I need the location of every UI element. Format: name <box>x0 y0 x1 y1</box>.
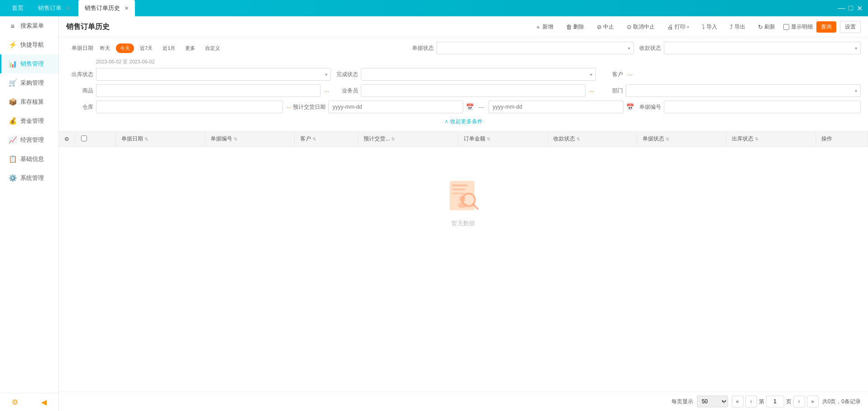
sidebar-item-sales-mgmt-label: 销售管理 <box>20 60 44 68</box>
table-area: ⚙ 单据日期 ⇅ 单据编号 <box>59 131 868 392</box>
sidebar-item-ops-mgmt[interactable]: 📈 经营管理 <box>0 131 58 150</box>
payment-status-select[interactable] <box>664 42 861 54</box>
first-page-btn[interactable]: « <box>732 396 743 407</box>
date-pill-custom[interactable]: 自定义 <box>201 44 224 53</box>
settings-button[interactable]: 设置 <box>840 21 861 33</box>
stop-icon: ⊘ <box>597 24 602 30</box>
export-button[interactable]: ⤴ 导出 <box>725 21 750 33</box>
completion-status-select[interactable] <box>361 68 596 81</box>
warehouse-ellipsis[interactable]: ··· <box>285 104 293 111</box>
sidebar-settings-icon[interactable]: ⚙ <box>12 398 18 406</box>
th-settings[interactable]: ⚙ <box>59 131 75 147</box>
sidebar-item-purchase-mgmt-label: 采购管理 <box>20 79 44 87</box>
date-range-display: 2023-06-02 至 2023-06-02 <box>66 58 861 65</box>
date-pill-more[interactable]: 更多 <box>181 44 199 53</box>
tab-home[interactable]: 首页 <box>5 0 30 16</box>
order-no-input[interactable] <box>664 101 861 113</box>
page-size-select[interactable]: 10 20 50 100 <box>697 396 728 407</box>
print-button[interactable]: 🖨 打印 ▾ <box>663 21 694 33</box>
display-toggle[interactable]: 显示明细 <box>783 23 813 31</box>
expected-date-end[interactable] <box>489 101 623 113</box>
delivery-status-select[interactable] <box>96 68 331 81</box>
th-amount-label: 订单金额 <box>464 135 485 143</box>
warehouse-input[interactable] <box>96 101 283 113</box>
select-all-checkbox[interactable] <box>81 135 87 141</box>
stop-button[interactable]: ⊘ 中止 <box>592 21 619 33</box>
date-start-calendar-icon[interactable]: 📅 <box>466 103 474 111</box>
collapse-more-row[interactable]: ∧ 收起更多条件 <box>66 117 861 126</box>
th-order-no[interactable]: 单据编号 ⇅ <box>205 131 294 147</box>
th-date[interactable]: 单据日期 ⇅ <box>115 131 205 147</box>
prev-page-btn[interactable]: ‹ <box>745 396 757 407</box>
tab-sales-order-history-close[interactable]: ✕ <box>125 5 129 11</box>
tab-sales-order-close[interactable]: ✕ <box>66 5 70 11</box>
expected-date-start[interactable] <box>328 101 463 113</box>
next-page-btn[interactable]: › <box>793 396 805 407</box>
delete-button[interactable]: 🗑 删除 <box>561 21 589 33</box>
th-payment-status-sort-icon: ⇅ <box>576 136 580 141</box>
date-end-calendar-icon[interactable]: 📅 <box>626 103 634 111</box>
settings-label: 设置 <box>845 23 856 31</box>
th-checkbox <box>75 131 115 147</box>
th-order-status[interactable]: 单据状态 ⇅ <box>637 131 726 147</box>
tab-home-label: 首页 <box>12 4 24 12</box>
collapse-more-text: ∧ 收起更多条件 <box>444 118 483 125</box>
th-order-no-label: 单据编号 <box>211 135 232 143</box>
date-pill-last7[interactable]: 近7天 <box>136 44 157 53</box>
last-page-btn[interactable]: » <box>807 396 819 407</box>
new-button[interactable]: ＋ 新增 <box>531 21 558 33</box>
date-pill-today[interactable]: 今天 <box>116 44 134 53</box>
sidebar-item-inventory-calc[interactable]: 📦 库存核算 <box>0 92 58 111</box>
sidebar-item-sales-mgmt[interactable]: 📊 销售管理 <box>0 54 58 73</box>
sidebar-item-quick-nav[interactable]: ⚡ 快捷导航 <box>0 35 58 54</box>
page-label-end: 页 <box>786 398 791 406</box>
th-actions: 操作 <box>815 131 868 147</box>
main-layout: ≡ 搜索菜单 ⚡ 快捷导航 📊 销售管理 🛒 采购管理 📦 库存核算 💰 资金管… <box>0 16 868 411</box>
cancel-stop-button[interactable]: ⊙ 取消中止 <box>622 21 659 33</box>
query-button[interactable]: 查询 <box>816 21 836 33</box>
filter-row-2: 出库状态 ▾ 完成状态 ▾ 客户 ··· <box>66 68 861 81</box>
total-info: 共0页，0条记录 <box>822 398 861 406</box>
sidebar-item-search-menu[interactable]: ≡ 搜索菜单 <box>0 16 58 35</box>
minimize-btn[interactable]: — <box>838 4 845 12</box>
date-pill-yesterday[interactable]: 昨天 <box>96 44 114 53</box>
sidebar-item-sys-mgmt[interactable]: ⚙️ 系统管理 <box>0 169 58 188</box>
th-delivery-status[interactable]: 出库状态 ⇅ <box>726 131 815 147</box>
th-expected-date[interactable]: 预计交货... ⇅ <box>358 131 458 147</box>
close-btn[interactable]: ✕ <box>857 4 863 13</box>
maximize-btn[interactable]: □ <box>849 4 853 12</box>
order-status-select[interactable] <box>436 42 633 54</box>
sidebar-item-purchase-mgmt[interactable]: 🛒 采购管理 <box>0 73 58 92</box>
customer-ellipsis[interactable]: ··· <box>626 71 634 78</box>
filter-payment-status: 收款状态 ▾ <box>634 42 861 54</box>
table-header-row: ⚙ 单据日期 ⇅ 单据编号 <box>59 131 868 147</box>
th-customer[interactable]: 客户 ⇅ <box>294 131 358 147</box>
tab-sales-order-history[interactable]: 销售订单历史 ✕ <box>78 0 135 16</box>
export-label: 导出 <box>734 23 745 31</box>
th-date-label: 单据日期 <box>121 135 143 143</box>
tab-sales-order[interactable]: 销售订单 ✕ <box>32 0 77 16</box>
sidebar-item-basic-info[interactable]: 📋 基础信息 <box>0 150 58 169</box>
goods-input[interactable] <box>96 84 321 97</box>
page-title: 销售订单历史 <box>66 22 110 32</box>
sidebar-collapse-icon[interactable]: ◀ <box>41 398 47 406</box>
filter-row-1: 单据日期 昨天 今天 近7天 近1月 更多 自定义 单据状态 <box>66 42 861 54</box>
sidebar-item-finance-mgmt[interactable]: 💰 资金管理 <box>0 111 58 131</box>
import-button[interactable]: ⤵ 导入 <box>697 21 722 33</box>
refresh-button[interactable]: ↻ 刷新 <box>753 21 780 33</box>
goods-ellipsis[interactable]: ··· <box>322 87 331 94</box>
th-payment-status-label: 收款状态 <box>553 135 575 143</box>
display-toggle-checkbox[interactable] <box>783 24 789 30</box>
filter-salesperson: 业务员 ··· <box>331 84 596 97</box>
date-pills: 昨天 今天 近7天 近1月 更多 自定义 <box>96 44 224 53</box>
th-payment-status[interactable]: 收款状态 ⇅ <box>547 131 637 147</box>
settings-gear-icon[interactable]: ⚙ <box>64 136 69 142</box>
filter-completion-status: 完成状态 ▾ <box>331 68 596 81</box>
th-amount[interactable]: 订单金额 ⇅ <box>458 131 547 147</box>
salesperson-ellipsis[interactable]: ··· <box>587 87 596 94</box>
date-pill-last30[interactable]: 近1月 <box>158 44 179 53</box>
page-number-input[interactable] <box>766 396 784 407</box>
import-icon: ⤵ <box>702 24 705 30</box>
department-select[interactable] <box>626 84 861 97</box>
salesperson-input[interactable] <box>361 84 585 97</box>
